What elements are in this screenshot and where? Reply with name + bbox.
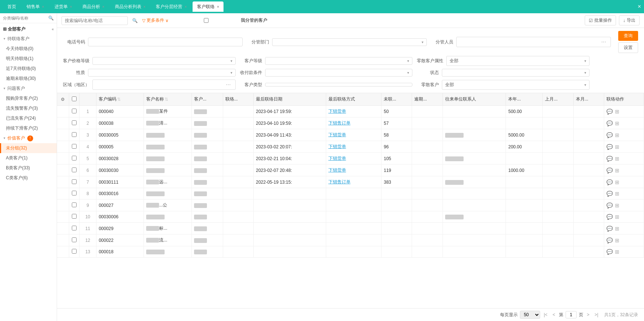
person-more-icon[interactable]: ···: [600, 39, 608, 45]
th-name[interactable]: 客户名称 ⇅: [144, 93, 191, 106]
row-checkbox[interactable]: [72, 156, 77, 160]
tab-customer-ops[interactable]: 客户分层经营 ×: [151, 1, 191, 12]
select-all-checkbox[interactable]: [72, 96, 77, 101]
property-select[interactable]: ▾: [88, 69, 236, 77]
price-level-select[interactable]: ▾: [92, 57, 236, 65]
person-select[interactable]: ···: [456, 37, 611, 47]
th-code[interactable]: 客户编码 ⇅: [96, 93, 144, 106]
prev-page-btn[interactable]: <: [551, 312, 557, 317]
row-checkbox-cell[interactable]: [69, 223, 79, 234]
row-checkbox-cell[interactable]: [69, 211, 79, 223]
dept-select[interactable]: ▾: [272, 38, 427, 46]
close-customer-contact-icon[interactable]: ×: [217, 5, 219, 9]
my-customers-checkbox[interactable]: 我分管的客户: [173, 17, 267, 24]
sidebar-item-abnormal[interactable]: 囤购异常客户(2): [0, 94, 57, 103]
sidebar-item-overdue[interactable]: 逾期未联络(30): [0, 74, 57, 84]
category-search-input[interactable]: [3, 16, 47, 20]
row-checkbox-cell[interactable]: [69, 188, 79, 200]
row-checkbox-cell[interactable]: [69, 129, 79, 141]
row-checkbox-cell[interactable]: [69, 176, 79, 188]
grid-icon[interactable]: ⊞: [615, 237, 619, 243]
tab-home[interactable]: 首页: [3, 1, 21, 12]
message-icon[interactable]: 💬: [606, 167, 613, 173]
row-checkbox[interactable]: [72, 109, 77, 113]
message-icon[interactable]: 💬: [606, 109, 613, 114]
row-checkbox-cell[interactable]: [69, 200, 79, 211]
category-search-icon[interactable]: 🔍: [48, 15, 54, 21]
grid-icon[interactable]: ⊞: [615, 179, 619, 185]
row-checkbox[interactable]: [72, 202, 77, 207]
message-icon[interactable]: 💬: [606, 191, 613, 197]
row-checkbox[interactable]: [72, 179, 77, 184]
row-checkbox-cell[interactable]: [69, 141, 79, 153]
last-page-btn[interactable]: >|: [593, 312, 600, 317]
tab-sales[interactable]: 销售单 ×: [22, 1, 49, 12]
row-checkbox[interactable]: [72, 144, 77, 149]
close-purchase-icon[interactable]: ×: [70, 5, 72, 9]
phone-input[interactable]: [88, 38, 243, 46]
next-page-btn[interactable]: >: [585, 312, 591, 317]
last-type-link[interactable]: 下销货单: [328, 144, 346, 149]
sidebar-item-today[interactable]: 今天待联络(0): [0, 44, 57, 54]
sidebar-item-class-a[interactable]: A类客户(1): [0, 153, 57, 163]
sidebar-item-churn-warning[interactable]: 流失预警客户(3): [0, 103, 57, 113]
tab-analysis[interactable]: 商品分析 ×: [78, 1, 109, 12]
gear-icon[interactable]: ⚙: [61, 97, 65, 102]
last-type-link[interactable]: 下销货单: [328, 132, 346, 137]
close-analysis-list-icon[interactable]: ×: [144, 5, 146, 9]
sidebar-item-7days[interactable]: 近7天待联络(0): [0, 64, 57, 74]
th-checkbox[interactable]: [69, 93, 79, 106]
row-checkbox-cell[interactable]: [69, 234, 79, 246]
grid-icon[interactable]: ⊞: [615, 226, 619, 232]
row-checkbox[interactable]: [72, 167, 77, 172]
region-select[interactable]: ···: [92, 80, 236, 90]
more-conditions-btn[interactable]: ▽ 更多条件 ∨: [142, 17, 169, 24]
grid-icon[interactable]: ⊞: [615, 144, 619, 150]
grid-icon[interactable]: ⊞: [615, 202, 619, 208]
row-checkbox[interactable]: [72, 120, 77, 125]
row-checkbox-cell[interactable]: [69, 153, 79, 165]
row-checkbox-cell[interactable]: [69, 106, 79, 117]
tab-purchase[interactable]: 进货单 ×: [50, 1, 77, 12]
row-checkbox[interactable]: [72, 226, 77, 230]
sidebar-item-ungroup[interactable]: 未分组(32): [0, 143, 57, 153]
sidebar-item-declining[interactable]: 持续下滑客户(2): [0, 123, 57, 133]
last-type-link[interactable]: 下销货单: [328, 167, 346, 173]
grid-icon[interactable]: ⊞: [615, 109, 619, 114]
sidebar-item-churned[interactable]: 已流失客户(24): [0, 113, 57, 123]
grid-icon[interactable]: ⊞: [615, 191, 619, 197]
search-icon[interactable]: 🔍: [132, 18, 138, 23]
region-more-icon[interactable]: ···: [224, 81, 232, 88]
close-analysis-icon[interactable]: ×: [102, 5, 105, 9]
row-checkbox[interactable]: [72, 214, 77, 219]
row-checkbox[interactable]: [72, 191, 77, 195]
last-type-link[interactable]: 下销售订单: [328, 179, 351, 184]
all-customers-header[interactable]: ⊞ 全部客户 «: [0, 23, 57, 34]
th-settings[interactable]: ⚙: [57, 93, 69, 106]
page-input[interactable]: [566, 311, 577, 318]
search-button[interactable]: 查询: [618, 31, 638, 41]
grid-icon[interactable]: ⊞: [615, 156, 619, 162]
status-select[interactable]: ▾: [442, 69, 590, 77]
page-size-select[interactable]: 50 100 200: [520, 311, 540, 319]
message-icon[interactable]: 💬: [606, 237, 613, 243]
message-icon[interactable]: 💬: [606, 226, 613, 232]
sidebar-item-class-c[interactable]: C类客户(6): [0, 173, 57, 183]
grid-icon[interactable]: ⊞: [615, 249, 619, 255]
sidebar-item-tomorrow[interactable]: 明天待联络(1): [0, 54, 57, 64]
grid-icon[interactable]: ⊞: [615, 214, 619, 220]
row-checkbox-cell[interactable]: [69, 246, 79, 258]
grid-icon[interactable]: ⊞: [615, 120, 619, 126]
tab-analysis-list[interactable]: 商品分析列表 ×: [110, 1, 150, 12]
tab-customer-contact[interactable]: 客户联络 ×: [193, 1, 224, 12]
payment-select[interactable]: ▾: [265, 69, 413, 77]
first-page-btn[interactable]: |<: [542, 312, 549, 317]
last-type-link[interactable]: 下销货单: [328, 109, 346, 114]
retail-attr-select[interactable]: 全部 ▾: [446, 56, 590, 66]
row-checkbox[interactable]: [72, 249, 77, 254]
search-input[interactable]: [61, 16, 128, 25]
grid-icon[interactable]: ⊞: [615, 132, 619, 138]
reset-button[interactable]: 设置: [618, 42, 638, 53]
my-customers-check[interactable]: [173, 18, 239, 23]
message-icon[interactable]: 💬: [606, 202, 613, 208]
